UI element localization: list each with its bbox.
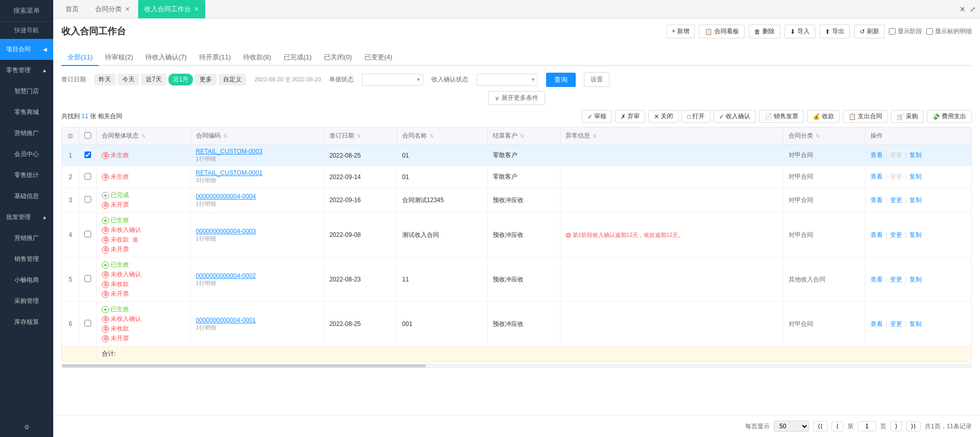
view-link[interactable]: 查看 [870,276,883,283]
action-income-confirm[interactable]: ✓ 收入确认 [713,110,756,123]
sidebar-item-marketing2[interactable]: 营销推广 [0,228,53,249]
sidebar-item-basic-info[interactable]: 基础信息 [0,186,53,207]
change-link[interactable]: 变更 [890,276,902,283]
contract-code-link[interactable]: 0000000000004-0003 [196,228,256,235]
status-tab-changed[interactable]: 已变更(4) [358,50,399,66]
contract-code-link[interactable]: 0000000000004-0002 [196,272,256,279]
last-page-button[interactable]: ⟩⟩ [906,421,921,431]
setting-button[interactable]: 设置 [584,72,609,87]
refresh-button[interactable]: ↺ 刷新 [854,25,885,38]
status-tab-pending-confirm[interactable]: 待收入确认(7) [139,50,193,66]
sort-icon[interactable]: ⇅ [593,133,597,139]
row-select-checkbox[interactable] [84,320,91,326]
sidebar-item-member[interactable]: 会员中心 [0,144,53,165]
action-sales-invoice[interactable]: 📄 销售发票 [759,110,804,123]
horizontal-scrollbar[interactable] [61,364,972,368]
next-page-button[interactable]: ⟩ [890,421,902,431]
sidebar-item-marketing[interactable]: 营销推广 [0,123,53,144]
status-tab-pending-invoice[interactable]: 待开票(11) [193,50,237,66]
date-btn-1month[interactable]: 近1月 [168,74,193,85]
view-link[interactable]: 查看 [870,231,883,238]
row-select-checkbox[interactable] [84,173,91,180]
sidebar-item-retail-mgmt[interactable]: 零售管理 ▲ [0,60,53,81]
settings-icon[interactable]: ⚙ [67,132,74,140]
date-btn-more[interactable]: 更多 [195,74,216,85]
change-link[interactable]: 变更 [890,196,902,204]
show-marked-input[interactable] [926,28,933,35]
status-tab-pending-review[interactable]: 待审核(2) [99,50,139,66]
action-expense-out[interactable]: 💸 费用支出 [927,110,972,123]
sidebar-item-batch-mgmt[interactable]: 批发管理 ▲ [0,207,53,228]
sort-icon[interactable]: ⇅ [223,133,227,139]
action-close[interactable]: ✕ 关闭 [648,110,679,123]
first-page-button[interactable]: ⟨⟨ [813,421,827,431]
change-link[interactable]: 变更 [890,173,902,180]
copy-link[interactable]: 复制 [909,196,922,204]
action-expense-contract[interactable]: 📋 支出合同 [843,110,888,123]
tab-contract-category-close[interactable]: ✕ [125,0,130,18]
view-link[interactable]: 查看 [870,196,883,204]
tab-income-contract[interactable]: 收入合同工作台 ✕ [138,0,205,18]
window-resize-icon[interactable]: ⤢ [970,5,976,13]
sidebar-quick-nav[interactable]: 快捷导航 [0,22,53,39]
contract-code-link[interactable]: RETAIL_CUSTOM-0001 [196,169,263,177]
action-review[interactable]: ✓ 审核 [582,110,612,123]
change-link[interactable]: 变更 [890,231,902,238]
contract-code-link[interactable]: 0000000000004-0001 [196,317,256,324]
sidebar-item-purchase[interactable]: 采购管理 [0,291,53,312]
view-link[interactable]: 查看 [870,173,883,180]
sidebar-item-project[interactable]: 项目合同 ◀ [0,39,53,60]
date-btn-7days[interactable]: 近7天 [141,74,166,85]
date-btn-today[interactable]: 今天 [118,74,139,85]
sort-icon[interactable]: ⇅ [357,133,361,139]
select-all-checkbox[interactable] [84,132,91,139]
sort-icon[interactable]: ⇅ [816,133,820,139]
query-button[interactable]: 查询 [546,73,576,87]
row-select-checkbox[interactable] [84,231,91,237]
delete-button[interactable]: 🗑 删除 [749,25,780,38]
row-select-checkbox[interactable] [84,275,91,282]
export-button[interactable]: ⬆ 导出 [819,25,850,38]
income-confirm-select[interactable] [476,74,538,86]
show-marked-checkbox[interactable]: 显示标的明细 [926,27,972,36]
status-tab-pending-payment[interactable]: 待收款(8) [237,50,277,66]
action-abandon-review[interactable]: ✗ 弃审 [615,110,645,123]
per-page-select[interactable]: 50 100 200 [774,421,809,432]
status-tab-all[interactable]: 全部(11) [61,50,99,66]
page-input[interactable] [858,421,876,431]
prev-page-button[interactable]: ⟨ [832,421,843,431]
sidebar-item-inventory[interactable]: 库存核算 [0,312,53,333]
contract-board-button[interactable]: 📋 合同看板 [699,25,745,38]
sort-icon[interactable]: ⇅ [141,133,145,139]
copy-link[interactable]: 复制 [909,151,922,159]
sidebar-item-xiaochang[interactable]: 小畅电商 [0,270,53,291]
import-button[interactable]: ⬇ 导入 [785,25,815,38]
copy-link[interactable]: 复制 [909,173,922,180]
action-purchase[interactable]: 🛒 采购 [891,110,924,123]
tab-home[interactable]: 首页 [57,0,87,18]
sidebar-search[interactable]: 搜索菜单 [0,0,53,22]
row-select-checkbox[interactable] [84,151,91,158]
doc-status-select[interactable] [362,74,423,86]
contract-code-link[interactable]: RETAIL_CUSTOM-0003 [196,148,263,155]
sidebar-settings[interactable]: ⚙ [0,418,53,437]
date-btn-custom[interactable]: 自定义 [219,74,246,85]
window-close-icon[interactable]: ✕ [960,5,966,13]
action-open[interactable]: □ 打开 [682,110,710,123]
sidebar-item-retail-mall[interactable]: 零售商城 [0,102,53,123]
copy-link[interactable]: 复制 [909,231,922,238]
status-tab-completed[interactable]: 已完成(1) [277,50,318,66]
view-link[interactable]: 查看 [870,151,883,159]
status-tab-closed[interactable]: 已关闭(0) [318,50,358,66]
change-link[interactable]: 变更 [890,151,902,159]
sort-icon[interactable]: ⇅ [429,133,433,139]
copy-link[interactable]: 复制 [909,276,922,283]
date-btn-yesterday[interactable]: 昨天 [94,74,116,85]
row-select-checkbox[interactable] [84,196,91,203]
action-collect-payment[interactable]: 💰 收款 [807,110,840,123]
sidebar-item-sales-mgmt[interactable]: 销售管理 [0,249,53,270]
copy-link[interactable]: 复制 [909,320,922,327]
show-stage-checkbox[interactable]: 显示阶段 [889,27,922,36]
sidebar-item-smart-shop[interactable]: 智慧门店 [0,81,53,102]
expand-more-button[interactable]: ∨ 展开更多条件 [488,91,545,105]
